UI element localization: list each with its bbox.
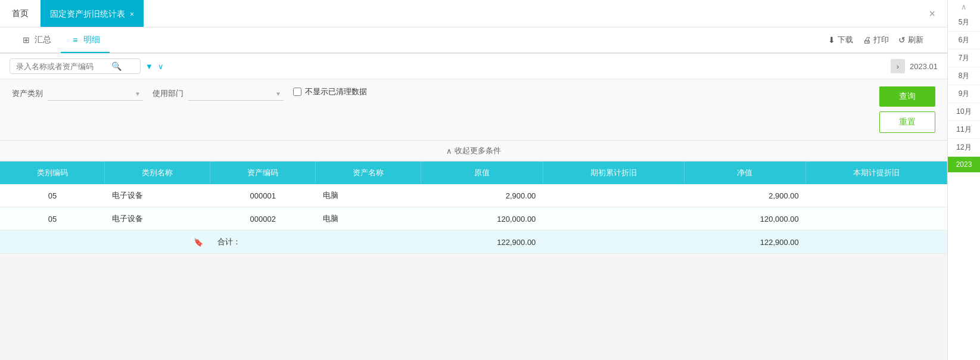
filter-icon: ▼: [145, 62, 153, 71]
total-icon-cell: 🔖: [0, 231, 210, 254]
tab-summary-label: 汇总: [35, 35, 51, 45]
top-nav: 首页 固定资产折旧统计表 × ×: [0, 0, 947, 27]
download-label: 下载: [838, 35, 853, 45]
no-cleared-label: 不显示已清理数据: [305, 86, 367, 97]
summary-icon: ⊞: [21, 35, 31, 45]
sidebar-month-10[interactable]: 10月: [948, 103, 980, 121]
department-select[interactable]: [188, 86, 284, 101]
nav-tab-depreciation[interactable]: 固定资产折旧统计表 ×: [41, 0, 144, 27]
no-cleared-group: 不显示已清理数据: [293, 86, 367, 97]
sidebar-month-6[interactable]: 6月: [948, 32, 980, 49]
cell-net-1: 2,900.00: [684, 184, 806, 207]
right-sidebar: ∧ 5月 6月 7月 8月 9月 10月 11月 12月 2023: [947, 0, 980, 360]
col-header-net: 净值: [684, 162, 806, 184]
col-header-asset-name: 资产名称: [316, 162, 421, 184]
chevron-down-icon: ∨: [158, 62, 164, 71]
department-filter: 使用部门: [153, 86, 284, 101]
cell-asset-code-2: 000002: [210, 207, 316, 231]
sidebar-month-8[interactable]: 8月: [948, 67, 980, 85]
cell-code-1: 05: [0, 184, 105, 207]
sidebar-year-2023[interactable]: 2023: [948, 157, 980, 173]
toolbar-right: ⬇ 下载 🖨 打印 ↺ 刷新: [828, 35, 935, 45]
refresh-button[interactable]: ↺ 刷新: [898, 35, 923, 45]
no-cleared-checkbox[interactable]: [293, 88, 301, 96]
nav-home[interactable]: 首页: [0, 0, 41, 27]
reset-button[interactable]: 重置: [879, 111, 935, 133]
depreciation-table: 类别编码 类别名称 资产编码 资产名称 原值 期初累计折旧 净值 本期计提折旧 …: [0, 162, 947, 254]
asset-type-label: 资产类别: [12, 88, 43, 99]
cell-current-2: [806, 207, 947, 231]
sidebar-month-7[interactable]: 7月: [948, 49, 980, 67]
table-header-row: 类别编码 类别名称 资产编码 资产名称 原值 期初累计折旧 净值 本期计提折旧: [0, 162, 947, 184]
col-header-original: 原值: [421, 162, 543, 184]
print-button[interactable]: 🖨 打印: [863, 35, 889, 45]
table-row: 05 电子设备 000002 电脑 120,000.00 120,000.00: [0, 207, 947, 231]
asset-type-filter: 资产类别: [12, 86, 143, 101]
search-icon: 🔍: [111, 61, 122, 71]
cell-accumulated-2: [543, 207, 684, 231]
nav-tab-label: 固定资产折旧统计表: [50, 9, 125, 20]
filter-buttons: 查询 重置: [879, 86, 935, 133]
download-icon: ⬇: [828, 35, 835, 45]
col-header-code: 类别编码: [0, 162, 105, 184]
total-current: [806, 231, 947, 254]
print-icon: 🖨: [863, 35, 871, 45]
search-input-wrap: 🔍: [10, 58, 141, 74]
sidebar-month-12[interactable]: 12月: [948, 139, 980, 157]
cell-asset-name-1: 电脑: [316, 184, 421, 207]
refresh-label: 刷新: [908, 35, 923, 45]
cell-original-2: 120,000.00: [421, 207, 543, 231]
collapse-label: 收起更多条件: [455, 145, 501, 156]
sec-tabs-bar: ⊞ 汇总 ≡ 明细 ⬇ 下载 🖨 打印 ↺ 刷新: [0, 27, 947, 54]
total-icon: 🔖: [194, 238, 203, 247]
sidebar-month-11[interactable]: 11月: [948, 121, 980, 139]
cell-code-2: 05: [0, 207, 105, 231]
total-original: 122,900.00: [421, 231, 543, 254]
refresh-icon: ↺: [898, 35, 906, 45]
tab-detail[interactable]: ≡ 明细: [61, 28, 110, 53]
nav-tab-close-icon[interactable]: ×: [130, 10, 134, 18]
sidebar-month-9[interactable]: 9月: [948, 85, 980, 103]
asset-type-select-wrap: [48, 86, 143, 101]
filter-panel: 资产类别 使用部门 不显示已清理数据 查询 重置: [0, 79, 947, 141]
expand-button[interactable]: ›: [891, 59, 905, 73]
cell-asset-code-1: 000001: [210, 184, 316, 207]
collapse-bar[interactable]: ∧ 收起更多条件: [0, 141, 947, 162]
search-bar: 🔍 ▼ ∨ › 2023.01: [0, 54, 947, 79]
total-label: 合计：: [210, 231, 421, 254]
table-row: 05 电子设备 000001 电脑 2,900.00 2,900.00: [0, 184, 947, 207]
tab-summary[interactable]: ⊞ 汇总: [12, 28, 61, 53]
cell-asset-name-2: 电脑: [316, 207, 421, 231]
sidebar-scroll-up[interactable]: ∧: [961, 0, 967, 14]
collapse-up-icon: ∧: [446, 147, 452, 156]
tab-detail-label: 明细: [83, 35, 100, 45]
search-input[interactable]: [16, 62, 111, 71]
download-button[interactable]: ⬇ 下载: [828, 35, 853, 45]
table-total-row: 🔖 合计： 122,900.00 122,900.00: [0, 231, 947, 254]
print-label: 打印: [873, 35, 889, 45]
cell-net-2: 120,000.00: [684, 207, 806, 231]
sidebar-month-5[interactable]: 5月: [948, 14, 980, 32]
main-content: 首页 固定资产折旧统计表 × × ⊞ 汇总 ≡ 明细 ⬇ 下载 🖨 打印 ↺: [0, 0, 947, 254]
table-wrap: 类别编码 类别名称 资产编码 资产名称 原值 期初累计折旧 净值 本期计提折旧 …: [0, 162, 947, 254]
cell-original-1: 2,900.00: [421, 184, 543, 207]
department-label: 使用部门: [153, 88, 183, 99]
col-header-category: 类别名称: [105, 162, 210, 184]
col-header-current: 本期计提折旧: [806, 162, 947, 184]
more-filter-button[interactable]: ▼ ∨: [145, 62, 164, 71]
department-select-wrap: [188, 86, 284, 101]
cell-current-1: [806, 184, 947, 207]
asset-type-select[interactable]: [48, 86, 143, 101]
col-header-asset-code: 资产编码: [210, 162, 316, 184]
query-button[interactable]: 查询: [879, 86, 935, 107]
date-display: 2023.01: [910, 62, 938, 71]
col-header-accumulated: 期初累计折旧: [543, 162, 684, 184]
total-accumulated: [543, 231, 684, 254]
cell-category-1: 电子设备: [105, 184, 210, 207]
window-close-button[interactable]: ×: [929, 7, 935, 20]
cell-accumulated-1: [543, 184, 684, 207]
total-net: 122,900.00: [684, 231, 806, 254]
detail-icon: ≡: [70, 35, 80, 45]
cell-category-2: 电子设备: [105, 207, 210, 231]
